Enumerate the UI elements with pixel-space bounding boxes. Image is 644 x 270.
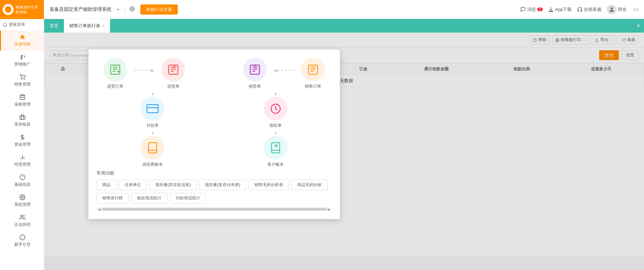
svg-point-13 (21, 215, 23, 217)
trial-button[interactable]: 体验行业方案 (140, 4, 178, 15)
flow-node-payment-bill[interactable]: 付款单 (141, 97, 164, 128)
flow-node-purchase-bill[interactable]: 进货单 (155, 58, 192, 89)
sidebar-item-system[interactable]: 系统管理 (0, 191, 44, 211)
flow-node-sales-order[interactable]: 销售订单 (294, 58, 332, 89)
message-icon (520, 7, 526, 12)
svg-rect-4 (20, 116, 25, 120)
sidebar-item-quick-nav[interactable]: 快捷导航 (0, 31, 44, 51)
flow-node-sales-bill[interactable]: 销货单 (236, 58, 274, 89)
scroll-left-arrow[interactable]: ◀ (98, 208, 101, 211)
megaphone-icon (19, 54, 25, 60)
chevron-down-icon (116, 7, 120, 12)
app-download-button[interactable]: App下载 (548, 6, 572, 13)
tab-close-button[interactable]: × (102, 23, 105, 28)
flow-node-supplier-ledger[interactable]: 供应商账本 (141, 136, 164, 167)
message-button[interactable]: 消息 6 (520, 6, 543, 13)
logo-area: 畅康通好生意 标准版 (0, 0, 44, 19)
flow-node-customer-ledger[interactable]: 客户账本 (264, 136, 288, 167)
sidebar-item-operations[interactable]: 经营管理 (0, 151, 44, 171)
svg-point-2 (24, 79, 25, 80)
sidebar-item-finance[interactable]: 资金管理 (0, 131, 44, 151)
topbar-right: 消息 6 App下载 在线客服 用友 Ea (520, 5, 639, 14)
svg-rect-16 (549, 11, 553, 11)
btn-stock-status[interactable]: 现存量(库存状况表) (150, 180, 196, 190)
sidebar-item-marketing[interactable]: 营销推广 (0, 51, 44, 71)
svg-point-1 (21, 79, 22, 80)
sidebar-item-collab[interactable]: 企业协同 (0, 211, 44, 231)
info-icon (19, 174, 25, 180)
flow-node-receipt-bill[interactable]: 收款单 (264, 97, 288, 128)
chart-icon (19, 154, 25, 160)
flow-popup: 进货订单 ▶ 进货单 (88, 50, 340, 219)
scroll-right-arrow[interactable]: ▶ (328, 208, 330, 211)
main-area: 装备及固定资产辅助管理系统 | 体验行业方案 消息 6 App下载 (44, 0, 644, 270)
svg-point-15 (132, 8, 133, 10)
logo-icon (3, 4, 14, 15)
common-buttons-row1: 商品 往来单位 现存量(库存状况表) 现存量(库存分布表) 销售毛利分析表 商品… (97, 180, 332, 190)
popup-scrollbar[interactable]: ◀ ▶ (97, 208, 332, 211)
svg-rect-28 (309, 65, 318, 74)
user-avatar[interactable]: 用友 (607, 5, 627, 14)
content-area: 帮助 按模板打印 导出 刷新 (44, 33, 644, 270)
flow-node-purchase-order[interactable]: 进货订单 (97, 58, 134, 89)
logo-text: 畅康通好生意 标准版 (16, 5, 38, 15)
sidebar-item-purchase[interactable]: 采购管理 (0, 91, 44, 111)
download-icon (548, 7, 554, 12)
sidebar-nav: 快捷导航 营销推广 销售管理 采购管理 库存核算 资金管理 (0, 31, 44, 270)
money-icon (19, 134, 25, 140)
btn-receipt-stats[interactable]: 收款情况统计 (131, 193, 167, 203)
online-service-button[interactable]: 在线客服 (577, 6, 602, 13)
avatar-image (607, 5, 616, 14)
svg-rect-26 (169, 65, 178, 74)
message-badge: 6 (537, 7, 543, 11)
close-all-tabs-button[interactable]: × (633, 23, 644, 29)
svg-rect-25 (111, 65, 120, 74)
btn-partner[interactable]: 往来单位 (119, 180, 147, 190)
sidebar-item-inventory[interactable]: 库存核算 (0, 111, 44, 131)
system-title: 装备及固定资产辅助管理系统 (50, 6, 111, 13)
guide-icon (19, 234, 25, 240)
svg-point-32 (275, 145, 277, 147)
svg-point-0 (3, 23, 6, 26)
team-icon (19, 214, 25, 220)
common-functions-title: 常用功能 (97, 170, 332, 176)
common-buttons-row2: 销售排行榜 收款情况统计 付款情况统计 (97, 193, 332, 203)
sidebar: 畅康通好生意 标准版 搜索菜单 快捷导航 营销推广 销售管理 (0, 0, 44, 270)
tab-sales-order-exec[interactable]: 销售订单执行表 × (64, 19, 110, 33)
search-icon (3, 22, 7, 27)
scrollbar-thumb[interactable] (102, 208, 326, 211)
gear-icon (19, 194, 25, 200)
search-menu[interactable]: 搜索菜单 (0, 19, 44, 31)
tab-home[interactable]: 首页 (44, 19, 64, 33)
warehouse-icon (19, 114, 25, 120)
svg-rect-29 (147, 105, 158, 113)
btn-payment-stats[interactable]: 付款情况统计 (170, 193, 206, 203)
btn-sales-ranking[interactable]: 销售排行榜 (97, 193, 128, 203)
bag-icon (19, 94, 25, 100)
btn-sales-margin[interactable]: 销售毛利分析表 (249, 180, 289, 190)
btn-product[interactable]: 商品 (97, 180, 116, 190)
btn-stock-dist[interactable]: 现存量(库存分布表) (199, 180, 246, 190)
sidebar-item-guide[interactable]: 新手引导 (0, 231, 44, 251)
system-dropdown[interactable] (116, 7, 120, 12)
settings-icon[interactable] (129, 6, 135, 13)
svg-point-12 (22, 197, 23, 198)
common-functions-section: 常用功能 商品 往来单位 现存量(库存状况表) 现存量(库存分布表) 销售毛利分… (97, 170, 332, 203)
topbar: 装备及固定资产辅助管理系统 | 体验行业方案 消息 6 App下载 (44, 0, 644, 19)
service-icon (577, 7, 582, 12)
cart-icon (19, 74, 25, 80)
tabbar: 首页 销售订单执行表 × × (44, 19, 644, 33)
btn-product-margin[interactable]: 商品毛利分析 (292, 180, 328, 190)
sidebar-item-sales[interactable]: 销售管理 (0, 71, 44, 91)
home-icon (19, 34, 25, 40)
user-label-ea: Ea (633, 7, 639, 12)
sidebar-item-basic[interactable]: 基础信息 (0, 171, 44, 191)
